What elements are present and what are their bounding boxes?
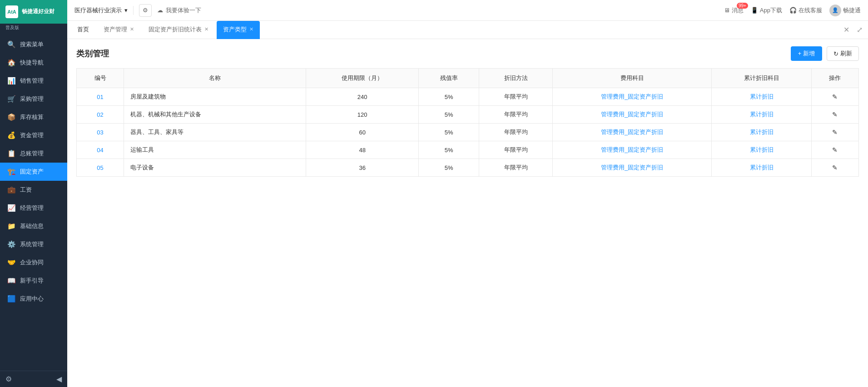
- tab-asset-type[interactable]: 资产类型✕: [217, 21, 260, 39]
- module-name: 医疗器械行业演示: [74, 6, 122, 15]
- edit-button[interactable]: ✎: [811, 88, 858, 106]
- sidebar-item-label: 工资: [20, 186, 32, 194]
- sidebar-item-label: 系统管理: [20, 240, 44, 248]
- tab-label: 资产管理: [104, 25, 127, 34]
- table-cell-1: 运输工具: [124, 141, 306, 159]
- table-cell-2: 36: [306, 159, 419, 177]
- sidebar-item-search[interactable]: 🔍 搜索菜单: [0, 35, 67, 54]
- tab-close-depreciation[interactable]: ✕: [204, 26, 208, 32]
- sidebar-item-ledger[interactable]: 📋 总账管理: [0, 144, 67, 163]
- asset-type-table: 编号名称使用期限（月）残值率折旧方法费用科目累计折旧科目操作 01房屋及建筑物2…: [76, 68, 859, 177]
- edit-button[interactable]: ✎: [811, 159, 858, 177]
- table-body: 01房屋及建筑物2405%年限平均管理费用_固定资产折旧累计折旧✎02机器、机械…: [77, 88, 859, 177]
- table-cell-4: 年限平均: [479, 159, 553, 177]
- sidebar-item-inventory[interactable]: 📦 库存核算: [0, 108, 67, 126]
- sidebar-item-apps[interactable]: 🟦 应用中心: [0, 290, 67, 308]
- table-header: 编号名称使用期限（月）残值率折旧方法费用科目累计折旧科目操作: [77, 69, 859, 88]
- table-cell-3: 5%: [419, 159, 479, 177]
- maximize-tab-button[interactable]: ⤢: [855, 24, 864, 36]
- page-title: 类别管理: [76, 48, 109, 59]
- salary-icon: 💼: [7, 186, 15, 194]
- user-avatar: 👤: [829, 5, 841, 16]
- refresh-button[interactable]: ↻ 刷新: [827, 46, 859, 61]
- table-cell-4: 年限平均: [479, 141, 553, 159]
- table-cell-3: 5%: [419, 141, 479, 159]
- edit-button[interactable]: ✎: [811, 106, 858, 124]
- sidebar-item-label: 销售管理: [20, 77, 44, 85]
- app-download-item[interactable]: 📱 App下载: [751, 6, 782, 15]
- dropdown-icon: ▾: [124, 7, 128, 14]
- sidebar-item-fixedassets[interactable]: 🏗️ 固定资产: [0, 163, 67, 181]
- sidebar-item-label: 经营管理: [20, 204, 44, 212]
- edit-button[interactable]: ✎: [811, 124, 858, 141]
- sidebar-item-salary[interactable]: 💼 工资: [0, 181, 67, 199]
- tab-close-asset-mgmt[interactable]: ✕: [130, 26, 134, 32]
- tab-depreciation[interactable]: 固定资产折旧统计表✕: [142, 21, 215, 39]
- tab-home[interactable]: 首页: [71, 21, 95, 39]
- table-cell-5: 管理费用_固定资产折旧: [552, 159, 712, 177]
- table-cell-2: 240: [306, 88, 419, 106]
- sidebar-item-label: 资金管理: [20, 131, 44, 139]
- user-item[interactable]: 👤 畅捷通: [829, 5, 861, 16]
- logo-text: 畅捷通好业财: [22, 8, 55, 15]
- collapse-icon[interactable]: ◀: [56, 375, 62, 383]
- enterprise-icon: 🤝: [7, 258, 15, 267]
- minimize-tab-button[interactable]: ✕: [842, 24, 851, 36]
- sidebar-item-capital[interactable]: 💰 资金管理: [0, 126, 67, 144]
- main-content: 医疗器械行业演示 ▾ ⚙ ☁ 我要体验一下 🖥 消息 99 📱 App下载 🎧 …: [67, 0, 868, 387]
- table-cell-0: 04: [77, 141, 124, 159]
- table-cell-4: 年限平均: [479, 106, 553, 124]
- settings-icon[interactable]: ⚙: [5, 375, 12, 383]
- table-column-header: 累计折旧科目: [712, 69, 811, 88]
- guide-icon: 📖: [7, 277, 15, 285]
- message-badge: 99: [737, 3, 748, 9]
- table-cell-5: 管理费用_固定资产折旧: [552, 106, 712, 124]
- table-cell-2: 60: [306, 124, 419, 141]
- page-actions: + 新增 ↻ 刷新: [791, 46, 859, 61]
- sidebar-edition: 普及版: [0, 24, 67, 34]
- sidebar-item-label: 新手引导: [20, 277, 44, 285]
- sidebar-item-label: 搜索菜单: [20, 40, 44, 49]
- cloud-icon: ☁: [157, 7, 163, 14]
- message-item[interactable]: 🖥 消息 99: [724, 6, 744, 15]
- table-column-header: 编号: [77, 69, 124, 88]
- ledger-icon: 📋: [7, 149, 15, 158]
- sidebar-item-sales[interactable]: 📊 销售管理: [0, 72, 67, 90]
- new-button[interactable]: + 新增: [791, 46, 822, 61]
- tab-label: 资产类型: [223, 25, 247, 34]
- tab-close-asset-type[interactable]: ✕: [249, 26, 253, 32]
- tabs-right: ✕ ⤢: [842, 24, 864, 36]
- experience-button[interactable]: ☁ 我要体验一下: [157, 6, 201, 15]
- module-selector[interactable]: 医疗器械行业演示 ▾: [74, 6, 128, 15]
- header-row: 编号名称使用期限（月）残值率折旧方法费用科目累计折旧科目操作: [77, 69, 859, 88]
- sidebar-item-basicinfo[interactable]: 📁 基础信息: [0, 217, 67, 235]
- sidebar-item-label: 库存核算: [20, 113, 44, 121]
- sidebar-item-label: 快捷导航: [20, 59, 44, 67]
- sidebar-item-operations[interactable]: 📈 经营管理: [0, 199, 67, 217]
- tab-asset-mgmt[interactable]: 资产管理✕: [97, 21, 140, 39]
- online-service-label: 在线客服: [799, 6, 822, 15]
- table-cell-1: 器具、工具、家具等: [124, 124, 306, 141]
- table-cell-2: 120: [306, 106, 419, 124]
- table-cell-3: 5%: [419, 88, 479, 106]
- sidebar-item-quicknav[interactable]: 🏠 快捷导航: [0, 54, 67, 72]
- table-row: 03器具、工具、家具等605%年限平均管理费用_固定资产折旧累计折旧✎: [77, 124, 859, 141]
- table-column-header: 使用期限（月）: [306, 69, 419, 88]
- online-service-item[interactable]: 🎧 在线客服: [789, 6, 822, 15]
- edit-button[interactable]: ✎: [811, 141, 858, 159]
- headset-icon: 🎧: [789, 7, 797, 14]
- topbar-settings-button[interactable]: ⚙: [139, 4, 152, 17]
- apps-icon: 🟦: [7, 295, 15, 303]
- sidebar-item-purchase[interactable]: 🛒 采购管理: [0, 90, 67, 108]
- sidebar-nav: 🔍 搜索菜单 🏠 快捷导航 📊 销售管理 🛒 采购管理 📦 库存核算 💰 资金管…: [0, 34, 67, 371]
- topbar-right: 🖥 消息 99 📱 App下载 🎧 在线客服 👤 畅捷通: [724, 5, 861, 16]
- table-cell-4: 年限平均: [479, 124, 553, 141]
- sidebar-item-system[interactable]: ⚙️ 系统管理: [0, 235, 67, 253]
- table-cell-5: 管理费用_固定资产折旧: [552, 124, 712, 141]
- sidebar-logo: AtA 畅捷通好业财: [0, 0, 67, 24]
- sidebar-bottom: ⚙ ◀: [0, 371, 67, 387]
- sidebar-item-enterprise[interactable]: 🤝 企业协同: [0, 253, 67, 272]
- sales-icon: 📊: [7, 77, 15, 85]
- sidebar-item-guide[interactable]: 📖 新手引导: [0, 272, 67, 290]
- sidebar: AtA 畅捷通好业财 普及版 🔍 搜索菜单 🏠 快捷导航 📊 销售管理 🛒 采购…: [0, 0, 67, 387]
